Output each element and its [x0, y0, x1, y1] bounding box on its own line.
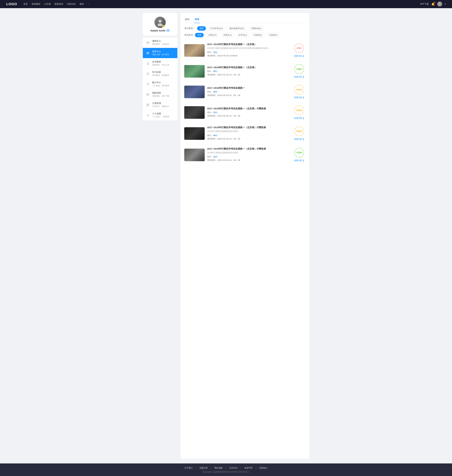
- profile-badge: 🏅: [162, 25, 165, 28]
- exam-title: 2017–2018年行测证件考试全国统一（北京卷）: [207, 43, 290, 46]
- footer-links: 关于我们|加盟代理|网站地图|合作伙伴|免责声明|招贤纳士: [3, 467, 449, 469]
- avatar[interactable]: N: [437, 2, 442, 7]
- main-content: 题库 考试 考试类型： 全部 证书类考试(4) 随机抽题考试(5) 付费批卷(6…: [180, 13, 309, 459]
- exam-action: 待批阅 查看详情 ❯: [293, 105, 306, 120]
- exam-time: 考试时间：2019–05–03 10：09：09: [207, 94, 290, 97]
- exam-status-passed-btn[interactable]: 已通过(2): [206, 33, 219, 37]
- sidebar-item-settings-title: 个人设置: [152, 112, 175, 115]
- sidebar-item-account[interactable]: 账户中心 个人权益、实时掌握: [143, 79, 177, 89]
- svg-point-1: [158, 23, 163, 26]
- exam-type-filter-row: 考试类型： 全部 证书类考试(4) 随机抽题考试(5) 付费批卷(6): [184, 26, 306, 31]
- exam-type-paid-btn[interactable]: 付费批卷(6): [248, 26, 264, 31]
- sidebar-item-qa[interactable]: 学习问答 课后重温、疑难解答: [143, 69, 177, 79]
- exam-desc: 2018年行测考试是最值得多去研究: [207, 130, 270, 133]
- exam-status-pending-btn[interactable]: 待考试(2): [236, 33, 249, 37]
- exam-status-stamp: 已通过: [294, 64, 304, 74]
- nav-questionbank[interactable]: 题库: [80, 3, 84, 6]
- nav-qa[interactable]: 问答社区: [67, 3, 76, 6]
- exam-thumbnail: [184, 149, 205, 161]
- profile-name: Natalie Smith 图: [151, 29, 170, 32]
- exam-status-stamp: 待批阅: [294, 105, 304, 115]
- exam-status-stamp: 待批阅: [294, 126, 304, 136]
- view-detail-link[interactable]: 查看详情 ❯: [294, 96, 305, 99]
- exam-score: 得分：99分: [207, 90, 290, 93]
- svg-point-10: [147, 62, 148, 64]
- exam-status-stamp: 已批阅: [294, 148, 304, 157]
- navbar-right: APP下载 🔔 N ▾: [420, 2, 446, 7]
- exam-time: 考试时间：2019–05–03 10:09:09: [207, 54, 290, 57]
- exam-type-label: 考试类型：: [184, 27, 195, 30]
- nav-news[interactable]: 新闻资讯: [54, 3, 63, 6]
- sidebar-item-course-center-title: 课程中心: [152, 40, 175, 43]
- exam-thumbnail: [184, 106, 205, 119]
- list-icon: [145, 51, 150, 56]
- exam-item: 2017–2018年行测证件考试全国统一（北京卷） 2018年行测考试是最值得多…: [184, 40, 306, 61]
- sidebar-item-settings[interactable]: 个人设置 个人信息、一键管理: [143, 110, 177, 120]
- exam-status-failed-btn[interactable]: 未通过(2): [221, 33, 234, 37]
- sidebar-item-course-center[interactable]: 课程中心 精彩课程，不容错过: [143, 38, 177, 48]
- exam-action: 已批阅 查看详情 ❯: [293, 148, 306, 162]
- footer-separator: |: [211, 467, 211, 469]
- main-container: 🏅 Natalie Smith 图 课程中心 精彩课程，不容错过: [140, 8, 312, 463]
- exam-info: 2017–2018年行测证件考试全国统一 得分：99分 考试时间：2019–05…: [207, 87, 290, 97]
- nav-more[interactable]: ...: [88, 3, 90, 6]
- sidebar-item-account-sub: 个人权益、实时掌握: [152, 84, 175, 87]
- diamond-icon: [145, 82, 150, 87]
- view-detail-link[interactable]: 查看详情 ❯: [294, 55, 305, 57]
- exam-action: 已通过 查看详情 ❯: [293, 64, 306, 78]
- user-menu-chevron[interactable]: ▾: [445, 3, 446, 5]
- exam-title: 2017–2018年行测证件考试全国统一（北京卷）付费批卷: [207, 107, 290, 110]
- exam-status-reviewed-btn[interactable]: 已批阅(2): [266, 33, 280, 37]
- nav-open-course[interactable]: 公开课: [44, 3, 51, 6]
- app-download[interactable]: APP下载: [420, 3, 429, 6]
- exam-time: 考试时间：2019–05–03 10：09：09: [207, 159, 290, 162]
- svg-marker-12: [147, 83, 149, 85]
- gear-icon: [145, 113, 150, 118]
- tab-exam[interactable]: 考试: [194, 17, 200, 23]
- exam-type-random-btn[interactable]: 随机抽题考试(5): [227, 26, 246, 31]
- nav-discover[interactable]: 发现课程: [32, 3, 40, 6]
- nav-home[interactable]: 首页: [23, 3, 28, 6]
- sidebar-item-question-bank[interactable]: 题库中心 海量习题，助力通关: [143, 48, 177, 58]
- exam-info: 2017–2018年行测证件考试全国统一（北京卷） 得分：99分 考试时间：20…: [207, 66, 290, 77]
- sidebar-item-orders[interactable]: 订单管理 订单支出、明明白白: [143, 100, 177, 110]
- exam-time: 考试时间：2019–05–03 10：09：09: [207, 137, 290, 140]
- avatar-silhouette-icon: [156, 18, 164, 26]
- exam-thumbnail: [184, 127, 205, 140]
- footer-link-5[interactable]: 招贤纳士: [259, 467, 268, 469]
- footer: 关于我们|加盟代理|网站地图|合作伙伴|免责声明|招贤纳士 Copyright©…: [0, 463, 452, 476]
- exam-status-stamp: 未通过: [294, 43, 304, 53]
- view-detail-link[interactable]: 查看详情 ❯: [294, 138, 305, 141]
- footer-link-3[interactable]: 合作伙伴: [229, 467, 238, 469]
- exam-score: 得分：25分: [207, 51, 290, 54]
- exam-list: 2017–2018年行测证件考试全国统一（北京卷） 2018年行测考试是最值得多…: [184, 40, 306, 165]
- footer-link-0[interactable]: 关于我们: [184, 467, 193, 469]
- exam-status-all-btn[interactable]: 全部: [195, 33, 204, 37]
- view-detail-link[interactable]: 查看详情 ❯: [294, 159, 305, 162]
- sidebar-item-certificate-title: 证书荣誉: [152, 61, 175, 63]
- tab-question-bank[interactable]: 题库: [184, 17, 190, 23]
- exam-type-cert-btn[interactable]: 证书类考试(4): [208, 26, 225, 31]
- footer-link-1[interactable]: 加盟代理: [199, 467, 208, 469]
- exam-info: 2017–2018年行测证件考试全国统一（北京卷） 2018年行测考试是最值得多…: [207, 43, 290, 58]
- footer-link-4[interactable]: 免责声明: [244, 467, 253, 469]
- view-detail-link[interactable]: 查看详情 ❯: [294, 117, 305, 120]
- footer-link-2[interactable]: 网站地图: [214, 467, 223, 469]
- exam-action: 未通过 查看详情 ❯: [293, 43, 306, 57]
- exam-status-label: 考试状态: [184, 34, 193, 36]
- exam-status-awaiting-review-btn[interactable]: 待批阅(2): [251, 33, 265, 37]
- document-icon: [145, 102, 150, 108]
- nav-links: 首页 发现课程 公开课 新闻资讯 问答社区 题库 ...: [23, 3, 420, 6]
- sidebar-item-messages-sub: 消息通知、及时了解: [152, 95, 175, 97]
- message-icon: [145, 92, 150, 97]
- exam-item: 2017–2018年行测证件考试全国统一 得分：99分 考试时间：2019–05…: [184, 82, 306, 102]
- svg-rect-11: [147, 73, 149, 75]
- sidebar-item-course-center-sub: 精彩课程，不容错过: [152, 43, 175, 46]
- exam-type-all-btn[interactable]: 全部: [197, 26, 206, 31]
- view-detail-link[interactable]: 查看详情 ❯: [294, 75, 305, 78]
- exam-item: 2017–2018年行测证件考试全国统一（北京卷）付费批卷 2018年行测考试是…: [184, 144, 306, 165]
- bell-icon[interactable]: 🔔: [431, 2, 435, 6]
- sidebar-item-messages[interactable]: 我的消息 消息通知、及时了解: [143, 89, 177, 100]
- sidebar-item-settings-sub: 个人信息、一键管理: [152, 116, 175, 118]
- sidebar-item-certificate[interactable]: 证书荣誉 收获荣誉、持证上岗: [143, 58, 177, 69]
